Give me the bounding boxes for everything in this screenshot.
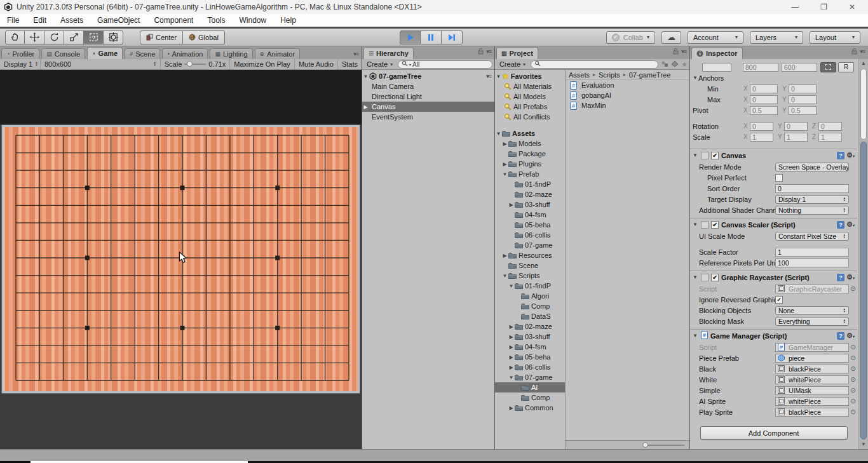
breadcrumb-item[interactable]: 07-gameTree <box>629 71 671 79</box>
close-button[interactable]: ✕ <box>849 3 855 11</box>
cloud-button[interactable]: ☁ <box>661 31 681 44</box>
enable-checkbox[interactable]: ✔ <box>711 221 719 229</box>
project-folder-06-collis[interactable]: 06-collis <box>495 230 565 240</box>
project-folder-05-beha[interactable]: 05-beha <box>495 220 565 230</box>
property-checkbox[interactable] <box>775 174 783 182</box>
add-component-button[interactable]: Add Component <box>700 426 848 440</box>
tab-profiler[interactable]: ◔Profiler <box>1 48 39 59</box>
project-folder-01-findp[interactable]: ▼01-findP <box>495 281 565 291</box>
thumbnail-zoom-slider[interactable] <box>645 445 684 446</box>
display-select[interactable]: Display 1 ▲▼ <box>0 59 41 69</box>
project-folder-algori[interactable]: Algori <box>495 291 565 301</box>
breadcrumb-item[interactable]: Assets <box>569 71 590 79</box>
object-field[interactable]: whitePiece <box>775 397 849 406</box>
scale-y-field[interactable]: 1 <box>784 133 808 142</box>
object-picker-icon[interactable]: ⊙ <box>849 387 857 394</box>
foldout-open-icon[interactable]: ▼ <box>693 333 698 339</box>
rotation-x-field[interactable]: 0 <box>750 122 773 131</box>
property-dropdown[interactable]: Display 1▲▼ <box>775 195 849 204</box>
scale-tool[interactable] <box>64 30 84 44</box>
scene-menu-icon[interactable]: ▾≡ <box>486 73 493 79</box>
project-folder-05-beha[interactable]: ▶05-beha <box>495 352 565 362</box>
asset-file-maxmin[interactable]: #MaxMin <box>566 100 689 111</box>
lock-icon[interactable] <box>673 46 679 57</box>
object-field[interactable]: whitePiece <box>775 375 849 384</box>
help-icon[interactable]: ? <box>837 332 844 340</box>
object-picker-icon[interactable]: ⊙ <box>849 344 857 351</box>
game-viewport[interactable] <box>0 70 362 449</box>
hierarchy-item-directional-light[interactable]: Directional Light <box>362 91 494 102</box>
menu-edit[interactable]: Edit <box>26 14 53 27</box>
property-field[interactable]: 100 <box>775 258 849 267</box>
lock-icon[interactable] <box>851 46 857 57</box>
collab-button[interactable]: ✔ Collab ▾ <box>606 31 655 44</box>
project-folder-comp[interactable]: Comp <box>495 393 565 403</box>
favorites-item[interactable]: All Conflicts <box>495 112 565 122</box>
object-picker-icon[interactable]: ⊙ <box>849 408 857 415</box>
project-folder-datas[interactable]: DataS <box>495 311 565 321</box>
tab-animator[interactable]: ⊛Animator <box>255 48 301 59</box>
project-folder-04-fsm[interactable]: 04-fsm <box>495 210 565 220</box>
sprite-packer-icon[interactable] <box>661 60 668 69</box>
project-folder-scene[interactable]: Scene <box>495 260 565 271</box>
anchor-min-y-field[interactable]: 0 <box>789 84 817 93</box>
favorites-star-icon[interactable]: ★ <box>681 60 688 69</box>
step-button[interactable] <box>442 30 463 44</box>
help-icon[interactable]: ? <box>837 274 844 281</box>
lock-icon[interactable] <box>478 46 484 57</box>
project-folder-02-maze[interactable]: 02-maze <box>495 189 565 199</box>
layers-button[interactable]: Layers ▾ <box>750 31 803 44</box>
pivot-y-field[interactable]: 0.5 <box>789 106 817 115</box>
pivot-global-button[interactable]: Global <box>183 30 225 44</box>
foldout-open-icon[interactable]: ▼ <box>362 74 369 79</box>
menu-component[interactable]: Component <box>147 14 200 27</box>
rect-blank-field[interactable] <box>702 63 731 72</box>
project-folder-03-shuff[interactable]: ▶03-shuff <box>495 199 565 210</box>
scrollbar-track-lower[interactable] <box>860 142 867 440</box>
scrollbar-thumb[interactable] <box>860 69 867 140</box>
project-folder-03-shuff[interactable]: ▶03-shuff <box>495 332 565 342</box>
rotation-z-field[interactable]: 0 <box>818 122 842 131</box>
project-folder-assets[interactable]: ▼Assets <box>495 128 565 138</box>
resolution-select[interactable]: 800x600 ▲▼ <box>41 59 161 69</box>
foldout-open-icon[interactable]: ▼ <box>508 283 515 289</box>
project-folder-comp[interactable]: Comp <box>495 301 565 311</box>
anchor-max-x-field[interactable]: 0 <box>750 95 778 104</box>
enable-checkbox[interactable]: ✔ <box>711 152 719 159</box>
object-field[interactable]: UIMask <box>775 386 849 395</box>
scale-slider-track[interactable] <box>184 64 206 65</box>
project-folder-prefab[interactable]: ▼Prefab <box>495 169 565 179</box>
project-folder-resources[interactable]: ▶Resources <box>495 250 565 260</box>
object-picker-icon[interactable]: ⊙ <box>849 285 857 292</box>
menu-gameobject[interactable]: GameObject <box>90 14 147 27</box>
minimize-button[interactable]: — <box>791 3 799 11</box>
property-field[interactable]: 0 <box>775 184 849 193</box>
favorites-item[interactable]: All Materials <box>495 81 565 91</box>
foldout-closed-icon[interactable]: ▶ <box>501 141 508 147</box>
maximize-on-play-button[interactable]: Maximize On Play <box>230 59 295 69</box>
project-folder-scripts[interactable]: ▼Scripts <box>495 271 565 281</box>
project-folder-07-game[interactable]: 07-game <box>495 240 565 250</box>
foldout-closed-icon[interactable]: ▶ <box>508 344 515 350</box>
menu-tools[interactable]: Tools <box>200 14 232 27</box>
foldout-open-icon[interactable]: ▼ <box>501 273 508 279</box>
project-folder-common[interactable]: ▶Common <box>495 403 565 413</box>
object-field[interactable]: GraphicRaycaster <box>775 285 849 293</box>
tab-scene[interactable]: #Scene <box>125 48 160 59</box>
hierarchy-search-input[interactable]: ▾ All <box>398 60 492 69</box>
foldout-open-icon[interactable]: ▼ <box>693 274 698 280</box>
project-folder-plugins[interactable]: ▶Plugins <box>495 159 565 169</box>
scale-z-field[interactable]: 1 <box>818 133 842 142</box>
foldout-open-icon[interactable]: ▼ <box>693 222 698 227</box>
tab-animation[interactable]: •Animation <box>162 48 208 59</box>
rotate-tool[interactable] <box>44 30 64 44</box>
help-icon[interactable]: ? <box>837 152 844 159</box>
property-dropdown[interactable]: Constant Pixel Size▲▼ <box>775 232 849 241</box>
component-header-canvas[interactable]: ▼✔Canvas?⚙▾ <box>690 149 857 161</box>
project-folder-ai[interactable]: AI <box>495 382 565 393</box>
anchor-max-y-field[interactable]: 0 <box>789 95 817 104</box>
tab-inspector[interactable]: i Inspector <box>691 47 743 59</box>
anchor-preset-button[interactable] <box>820 62 836 72</box>
tab-game[interactable]: ◗Game <box>87 47 123 59</box>
foldout-closed-icon[interactable]: ▶ <box>501 161 508 167</box>
